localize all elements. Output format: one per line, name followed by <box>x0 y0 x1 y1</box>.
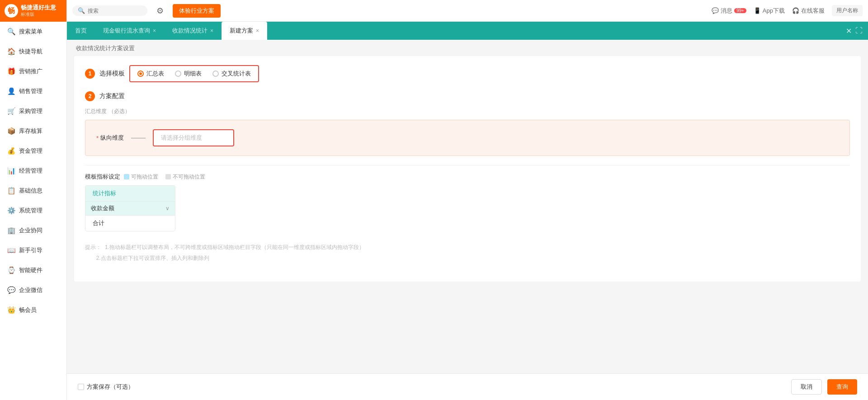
settings-card: 1 选择模板 汇总表 明细表 交 <box>74 56 861 282</box>
headset-icon: 🎧 <box>792 7 799 14</box>
tab-receipt-stats-close[interactable]: × <box>210 28 213 33</box>
header-actions: 💬 消息 99+ 📱 App下载 🎧 在线客服 用户名称 <box>712 5 863 16</box>
sidebar-item-wechat[interactable]: 💬 企业微信 <box>0 280 66 300</box>
search-icon: 🔍 <box>78 7 85 14</box>
money-icon: 💰 <box>7 147 15 155</box>
arrow-icon: —— <box>131 134 146 142</box>
required-star: * <box>96 135 99 141</box>
download-button[interactable]: 📱 App下载 <box>754 7 785 15</box>
query-button[interactable]: 查询 <box>827 379 857 395</box>
sidebar: 畅 畅捷通好生意 标准版 🔍 搜索菜单 🏠 快捷导航 🎁 营销推广 👤 销售管理… <box>0 0 67 400</box>
step1-title: 选择模板 <box>99 70 125 78</box>
clipboard-icon: 📋 <box>7 187 15 195</box>
dimension-area: * 纵向维度 —— 请选择分组维度 <box>85 120 850 156</box>
sidebar-item-base-info[interactable]: 📋 基础信息 <box>0 181 66 201</box>
user-menu[interactable]: 用户名称 <box>832 5 863 16</box>
tab-bank-flow[interactable]: 现金银行流水查询 × <box>95 22 164 40</box>
radio-detail[interactable]: 明细表 <box>175 70 202 78</box>
book-icon: 📖 <box>7 246 15 254</box>
sidebar-item-quick-nav[interactable]: 🏠 快捷导航 <box>0 42 66 61</box>
step2-section: 2 方案配置 汇总维度 （必选） * 纵向维度 —— <box>85 91 850 264</box>
sidebar-item-guide[interactable]: 📖 新手引导 <box>0 240 66 260</box>
step1-num: 1 <box>85 69 95 79</box>
watch-icon: ⌚ <box>7 266 15 274</box>
radio-summary[interactable]: 汇总表 <box>137 70 164 78</box>
sidebar-item-marketing[interactable]: 🎁 营销推广 <box>0 61 66 81</box>
footer-buttons: 取消 查询 <box>791 379 857 395</box>
metrics-legend: 可拖动位置 不可拖动位置 <box>124 173 205 181</box>
breadcrumb: 收款情况统计方案设置 <box>67 40 868 56</box>
tab-home[interactable]: 首页 <box>67 22 95 40</box>
step2-num: 2 <box>85 91 95 101</box>
logo-icon: 畅 <box>5 4 18 18</box>
page-footer: 方案保存（可选） 取消 查询 <box>67 373 868 400</box>
step2-title: 方案配置 <box>99 92 125 100</box>
legend-fixed: 不可拖动位置 <box>165 173 205 181</box>
sidebar-item-purchase[interactable]: 🛒 采购管理 <box>0 101 66 121</box>
save-checkbox[interactable] <box>78 384 84 390</box>
tip-row-1: 提示： 1.拖动标题栏可以调整布局，不可跨维度或指标区域拖动栏目字段（只能在同一… <box>85 242 850 253</box>
sidebar-item-enterprise[interactable]: 🏢 企业协同 <box>0 221 66 240</box>
metrics-header: 模板指标设定 可拖动位置 不可拖动位置 <box>85 173 850 181</box>
sidebar-item-system[interactable]: ⚙️ 系统管理 <box>0 201 66 221</box>
search-input[interactable] <box>88 8 142 14</box>
sidebar-item-smart-hw[interactable]: ⌚ 智能硬件 <box>0 260 66 280</box>
tab-receipt-stats[interactable]: 收款情况统计 × <box>164 22 222 40</box>
sidebar-item-inventory[interactable]: 📦 库存核算 <box>0 121 66 141</box>
support-button[interactable]: 🎧 在线客服 <box>792 7 825 15</box>
dimension-label: 汇总维度 （必选） <box>85 108 850 115</box>
cell-dropdown-icon[interactable]: ∨ <box>165 205 170 212</box>
header-search-box[interactable]: 🔍 <box>72 5 147 16</box>
tab-receipt-stats-label: 收款情况统计 <box>172 27 208 35</box>
tab-bank-flow-label: 现金银行流水查询 <box>103 27 150 35</box>
wechat-icon: 💬 <box>7 286 15 294</box>
user-icon: 👤 <box>7 87 15 95</box>
metrics-table-header: 统计指标 <box>85 186 175 202</box>
gift-icon: 🎁 <box>7 67 15 75</box>
logo-text: 畅捷通好生意 标准版 <box>21 4 56 18</box>
cancel-button[interactable]: 取消 <box>791 379 822 395</box>
sidebar-item-sales[interactable]: 👤 销售管理 <box>0 81 66 101</box>
notifications-button[interactable]: 💬 消息 99+ <box>712 7 746 15</box>
sidebar-logo: 畅 畅捷通好生意 标准版 <box>0 0 66 22</box>
main-area: 🔍 ⚙ 体验行业方案 💬 消息 99+ 📱 App下载 🎧 在线客服 用户名称 <box>67 0 868 400</box>
box-icon: 📦 <box>7 127 15 135</box>
vertical-dim-label: * 纵向维度 <box>96 134 124 142</box>
tip-row-2: 2.点击标题栏下拉可设置排序、插入列和删除列 <box>85 253 850 264</box>
chart-icon: 📊 <box>7 167 15 175</box>
sidebar-item-search-menu[interactable]: 🔍 搜索菜单 <box>0 22 66 42</box>
tabs-bar: 首页 现金银行流水查询 × 收款情况统计 × 新建方案 × ✕ ⛶ <box>67 22 868 40</box>
download-icon: 📱 <box>754 7 761 14</box>
window-close-icon[interactable]: ✕ <box>846 27 852 35</box>
step1-header: 1 选择模板 汇总表 明细表 交 <box>85 65 850 82</box>
tips-section: 提示： 1.拖动标题栏可以调整布局，不可跨维度或指标区域拖动栏目字段（只能在同一… <box>85 242 850 264</box>
tab-new-plan-close[interactable]: × <box>256 28 259 33</box>
legend-fixed-dot <box>165 174 171 179</box>
tab-bank-flow-close[interactable]: × <box>153 28 156 33</box>
radio-cross[interactable]: 交叉统计表 <box>212 70 251 78</box>
sidebar-item-operations[interactable]: 📊 经营管理 <box>0 161 66 181</box>
section-divider <box>85 165 850 165</box>
legend-movable: 可拖动位置 <box>124 173 158 181</box>
radio-cross-circle <box>212 71 219 77</box>
sidebar-item-member[interactable]: 👑 畅会员 <box>0 300 66 320</box>
cart-icon: 🛒 <box>7 107 15 115</box>
settings-icon[interactable]: ⚙ <box>155 4 165 18</box>
window-expand-icon[interactable]: ⛶ <box>855 27 863 35</box>
building-icon: 🏢 <box>7 226 15 235</box>
metrics-cell-total: 合计 <box>85 216 175 231</box>
sidebar-item-finance[interactable]: 💰 资金管理 <box>0 141 66 161</box>
radio-summary-circle <box>137 71 144 77</box>
header: 🔍 ⚙ 体验行业方案 💬 消息 99+ 📱 App下载 🎧 在线客服 用户名称 <box>67 0 868 22</box>
metrics-section: 模板指标设定 可拖动位置 不可拖动位置 <box>85 173 850 233</box>
step2-header: 2 方案配置 <box>85 91 850 101</box>
search-menu-icon: 🔍 <box>7 28 15 36</box>
tab-new-plan[interactable]: 新建方案 × <box>222 22 267 40</box>
page-content: 收款情况统计方案设置 1 选择模板 汇总表 <box>67 40 868 373</box>
metrics-cell-amount[interactable]: 收款金额 ∨ <box>85 202 175 216</box>
sidebar-menu: 🔍 搜索菜单 🏠 快捷导航 🎁 营销推广 👤 销售管理 🛒 采购管理 📦 库存核… <box>0 22 66 400</box>
grouping-dimension-select[interactable]: 请选择分组维度 <box>153 129 234 146</box>
radio-detail-circle <box>175 71 181 77</box>
metrics-table: 统计指标 收款金额 ∨ 合计 <box>85 185 175 231</box>
trial-button[interactable]: 体验行业方案 <box>173 4 221 18</box>
